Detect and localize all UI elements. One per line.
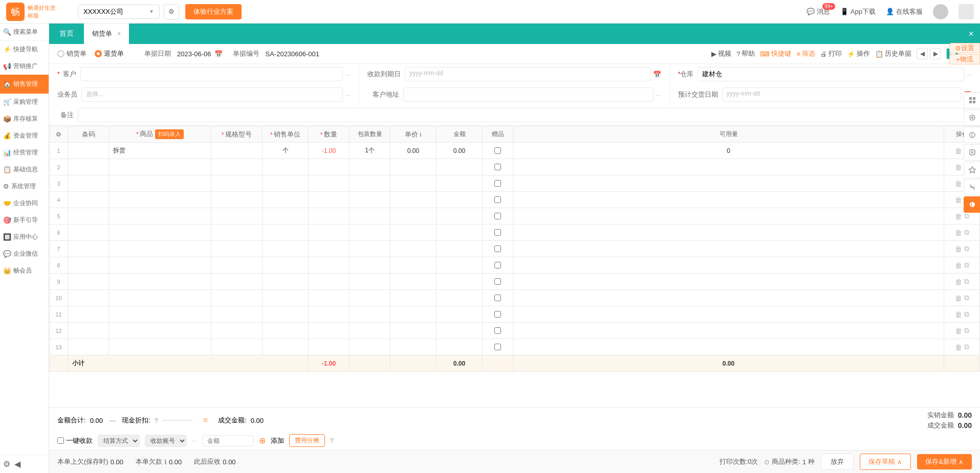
sidebar-item-search[interactable]: 🔍 搜索菜单 xyxy=(0,24,49,41)
right-panel-btn-2[interactable] xyxy=(964,109,980,126)
delete-row-icon[interactable]: 🗑 xyxy=(955,245,962,253)
filter-btn[interactable]: ≡ 筛选 xyxy=(796,49,815,58)
gift-checkbox[interactable] xyxy=(494,164,501,170)
copy-row-icon[interactable]: ⧉ xyxy=(964,294,969,302)
copy-row-icon[interactable]: ⧉ xyxy=(964,343,969,351)
col-settings-header[interactable]: ⚙ xyxy=(50,126,68,143)
avatar[interactable] xyxy=(933,4,948,19)
one-click-payment-check[interactable] xyxy=(57,437,64,444)
due-date-calendar-icon[interactable]: 📅 xyxy=(653,71,661,78)
add-payment-icon[interactable]: ⊕ xyxy=(259,436,266,445)
address-dots[interactable]: ··· xyxy=(656,91,661,99)
row-barcode[interactable] xyxy=(68,143,109,159)
try-industry-button[interactable]: 体验行业方案 xyxy=(185,4,242,19)
gift-checkbox[interactable] xyxy=(494,229,501,236)
row-price[interactable]: 0.00 xyxy=(390,143,437,159)
row-gift[interactable] xyxy=(483,143,513,159)
delete-row-icon[interactable]: 🗑 xyxy=(955,343,962,351)
delete-row-icon[interactable]: 🗑 xyxy=(955,196,962,204)
discount-info-icon[interactable]: ? xyxy=(155,417,158,424)
gift-checkbox[interactable] xyxy=(494,180,501,187)
sidebar-item-guide[interactable]: 🎯 新手引导 xyxy=(0,212,49,229)
row-pkgqty[interactable]: 1个 xyxy=(350,143,390,159)
fee-split-btn[interactable]: 费用分摊 xyxy=(289,434,325,447)
sidebar-item-inventory[interactable]: 📦 库存核算 xyxy=(0,110,49,127)
gift-checkbox[interactable] xyxy=(494,278,501,285)
delete-row-icon[interactable]: 🗑 xyxy=(955,261,962,269)
company-selector[interactable]: XXXXXX公司 ▼ xyxy=(78,5,160,19)
shortcut-btn[interactable]: ⌨ 快捷键 xyxy=(760,49,791,58)
sidebar-item-basics[interactable]: 📋 基础信息 xyxy=(0,161,49,178)
delivery-date-input[interactable]: yyyy-mm-dd xyxy=(722,87,962,102)
gift-checkbox[interactable] xyxy=(494,245,501,252)
due-date-input[interactable]: yyyy-mm-dd xyxy=(405,67,650,81)
copy-row-icon[interactable]: ⧉ xyxy=(964,277,969,286)
logistics-side-btn[interactable]: + 物流 xyxy=(949,54,980,64)
delete-row-icon[interactable]: 🗑 xyxy=(955,147,962,155)
delete-row-icon[interactable]: 🗑 xyxy=(955,310,962,319)
copy-row-icon[interactable]: ⧉ xyxy=(964,326,969,335)
online-service-button[interactable]: 👤 在线客服 xyxy=(886,7,923,16)
right-panel-btn-4[interactable] xyxy=(964,144,980,161)
row-amount[interactable]: 0.00 xyxy=(437,143,483,159)
copy-row-icon[interactable]: ⧉ xyxy=(964,228,969,237)
sidebar-item-system[interactable]: ⚙ 系统管理 xyxy=(0,178,49,195)
avatar-btn[interactable] xyxy=(959,4,974,19)
copy-row-icon[interactable]: ⧉ xyxy=(964,212,969,220)
settings-button[interactable]: ⚙ xyxy=(164,4,179,19)
abandon-btn[interactable]: 放弃 xyxy=(821,454,854,470)
delete-row-icon[interactable]: 🗑 xyxy=(955,163,962,171)
settings-side-btn[interactable]: ⚙ 设置 xyxy=(949,43,980,53)
right-panel-btn-6[interactable] xyxy=(964,179,980,195)
discount-value-field[interactable] xyxy=(162,420,193,421)
calc-method-select[interactable]: 结算方式 xyxy=(98,435,140,447)
copy-row-icon[interactable]: ⧉ xyxy=(964,244,969,253)
payment-amount-input[interactable] xyxy=(203,435,254,446)
sidebar-item-member[interactable]: 👑 畅会员 xyxy=(0,262,49,279)
gift-checkbox[interactable] xyxy=(494,311,501,318)
print-btn[interactable]: 🖨 打印 xyxy=(820,49,842,58)
warehouse-dots[interactable]: ··· xyxy=(966,71,972,78)
tab-close-icon[interactable]: × xyxy=(117,30,121,37)
right-panel-btn-orange[interactable]: i xyxy=(964,196,980,213)
history-btn[interactable]: 📋 历史单据 xyxy=(875,49,911,58)
sidebar-item-enterprise[interactable]: 🤝 企业协同 xyxy=(0,195,49,212)
delete-row-icon[interactable]: 🗑 xyxy=(955,179,962,188)
customer-dots[interactable]: ··· xyxy=(345,71,351,78)
radio-sales-order[interactable]: 销货单 xyxy=(57,49,86,58)
copy-row-icon[interactable]: ⧉ xyxy=(964,310,969,319)
salesperson-dots[interactable]: ··· xyxy=(345,91,351,99)
sidebar-settings-icon[interactable]: ⚙ xyxy=(3,459,10,469)
row-qty[interactable]: -1.00 xyxy=(309,143,350,159)
radio-return-order[interactable]: 退货单 xyxy=(95,49,124,58)
delete-row-icon[interactable]: 🗑 xyxy=(955,294,962,302)
salesperson-input[interactable]: 选择... xyxy=(81,87,343,102)
delete-row-icon[interactable]: 🗑 xyxy=(955,327,962,335)
right-panel-btn-5[interactable] xyxy=(964,162,980,178)
sidebar-item-sales[interactable]: 🏠 销售管理 xyxy=(0,75,49,94)
remark-input[interactable] xyxy=(78,108,972,122)
message-button[interactable]: 💬 消息 99+ xyxy=(807,7,830,16)
app-download-button[interactable]: 📱 App下载 xyxy=(840,7,876,16)
row-product[interactable]: 拆货 xyxy=(109,143,211,159)
sidebar-item-finance[interactable]: 💰 资金管理 xyxy=(0,127,49,144)
customer-address-input[interactable] xyxy=(403,87,653,102)
tab-home[interactable]: 首页 xyxy=(49,24,84,44)
tab-sales-order[interactable]: 销货单 × xyxy=(84,24,129,44)
delete-row-icon[interactable]: 🗑 xyxy=(955,229,962,237)
save-new-btn[interactable]: 保存&新增 ∧ xyxy=(917,454,972,469)
sidebar-item-wechat[interactable]: 💬 企业微信 xyxy=(0,245,49,262)
close-window-icon[interactable]: × xyxy=(968,29,974,39)
gift-checkbox[interactable] xyxy=(494,344,501,350)
gift-checkbox[interactable] xyxy=(494,262,501,268)
price-info-icon[interactable]: ℹ xyxy=(420,132,422,138)
help-btn[interactable]: ? 帮助 xyxy=(736,49,755,58)
account-dots[interactable]: ··· xyxy=(192,437,198,444)
warehouse-input[interactable]: 建材仓 xyxy=(698,67,964,81)
sidebar-item-marketing[interactable]: 📢 营销推广 xyxy=(0,58,49,75)
scan-barcode-btn[interactable]: 扫码录入 xyxy=(155,129,184,139)
debt-info-icon[interactable]: ℹ xyxy=(164,458,167,466)
fee-help-icon[interactable]: ? xyxy=(330,437,334,444)
one-click-payment-checkbox[interactable]: 一键收款 xyxy=(57,436,93,445)
copy-row-icon[interactable]: ⧉ xyxy=(964,261,969,269)
